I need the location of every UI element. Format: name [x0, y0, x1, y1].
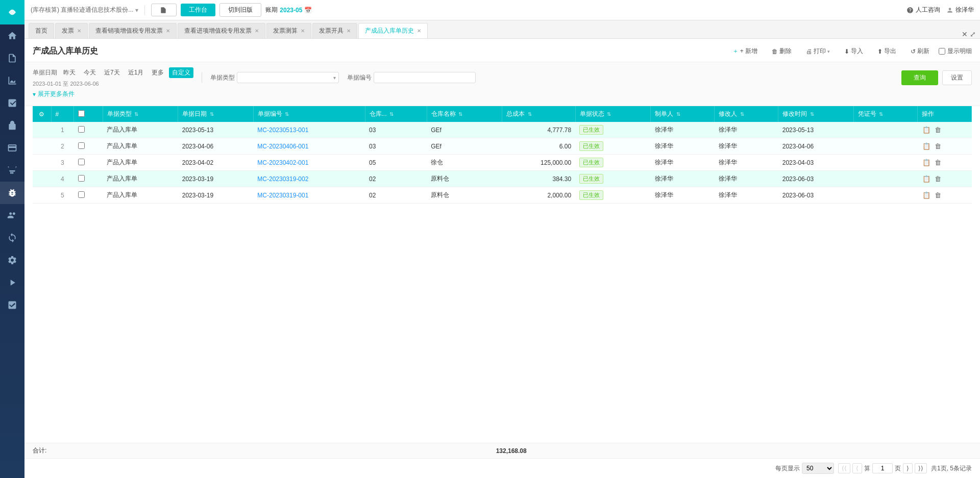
- row-delete-btn-4[interactable]: 🗑: [934, 191, 942, 199]
- col-modifier[interactable]: 修改人 ⇅: [715, 106, 778, 122]
- shortcut-7days[interactable]: 近7天: [101, 67, 123, 78]
- sidebar-item-users[interactable]: [0, 204, 24, 227]
- row-number-4[interactable]: MC-20230319-001: [253, 187, 365, 204]
- row-edit-btn-4[interactable]: 📋: [921, 191, 932, 199]
- sidebar-item-settings[interactable]: [0, 249, 24, 271]
- tab-product-history-close[interactable]: ✕: [417, 28, 421, 34]
- sidebar-item-analytics[interactable]: [0, 92, 24, 114]
- row-delete-btn-3[interactable]: 🗑: [934, 175, 942, 183]
- sidebar-item-documents[interactable]: [0, 47, 24, 69]
- company-dropdown-icon[interactable]: ▾: [135, 7, 138, 14]
- user-menu[interactable]: 徐泽华: [946, 6, 974, 14]
- row-checkbox-0[interactable]: [74, 122, 103, 138]
- tab-home[interactable]: 首页: [29, 23, 54, 38]
- query-btn[interactable]: 查询: [901, 70, 938, 85]
- close-all-tabs-btn[interactable]: ✕: [962, 30, 968, 38]
- maximize-btn[interactable]: ⤢: [970, 30, 976, 38]
- page-number-input[interactable]: [872, 463, 893, 473]
- sidebar-item-warehouse[interactable]: [0, 182, 24, 204]
- col-checkbox[interactable]: [74, 106, 103, 122]
- tab-invoice-calc[interactable]: 发票测算 ✕: [266, 23, 311, 38]
- expand-more-btn[interactable]: ▾ 展开更多条件: [33, 88, 972, 100]
- col-status[interactable]: 单据状态 ⇅: [575, 106, 651, 122]
- help-btn[interactable]: 人工咨询: [906, 6, 940, 14]
- print-btn[interactable]: 🖨 打印 ▾: [801, 45, 835, 58]
- row-delete-btn-0[interactable]: 🗑: [934, 126, 942, 134]
- col-modify-time[interactable]: 修改时间 ⇅: [778, 106, 854, 122]
- new-btn[interactable]: ＋ + 新增: [727, 45, 763, 58]
- tab-invoice-open[interactable]: 发票开具 ✕: [312, 23, 357, 38]
- company-name[interactable]: (库存核算) 直播轻迹通信息技术股份... ▾: [31, 6, 138, 14]
- import-btn[interactable]: ⬇ 导入: [839, 45, 868, 58]
- settings-col-header[interactable]: ⚙: [33, 106, 51, 122]
- col-date[interactable]: 单据日期 ⇅: [178, 106, 254, 122]
- period-calendar-icon[interactable]: 📅: [304, 7, 312, 14]
- tab-product-history[interactable]: 产成品入库单历史 ✕: [358, 23, 428, 39]
- row-delete-btn-2[interactable]: 🗑: [934, 159, 942, 166]
- row-delete-btn-1[interactable]: 🗑: [934, 142, 942, 150]
- row-edit-btn-0[interactable]: 📋: [921, 126, 932, 134]
- sidebar-item-play[interactable]: [0, 271, 24, 294]
- col-creator[interactable]: 制单人 ⇅: [651, 106, 715, 122]
- row-checkbox-1[interactable]: [74, 138, 103, 155]
- select-all-checkbox[interactable]: [78, 110, 85, 117]
- switch-version-btn[interactable]: 切到旧版: [219, 3, 261, 17]
- row-edit-btn-3[interactable]: 📋: [921, 175, 932, 183]
- row-cb-4[interactable]: [78, 191, 85, 198]
- col-total-cost[interactable]: 总成本 ⇅: [502, 106, 575, 122]
- row-number-link-1[interactable]: MC-20230406-001: [257, 143, 308, 150]
- document-btn[interactable]: [151, 4, 177, 16]
- sidebar-item-home[interactable]: [0, 24, 24, 47]
- shortcut-today[interactable]: 今天: [81, 67, 99, 78]
- col-number[interactable]: 单据编号 ⇅: [253, 106, 365, 122]
- shortcut-custom[interactable]: 自定义: [169, 67, 193, 78]
- row-checkbox-3[interactable]: [74, 171, 103, 187]
- tab-invoice-close[interactable]: ✕: [77, 28, 81, 34]
- sidebar-item-v[interactable]: [0, 294, 24, 316]
- sidebar-item-lock[interactable]: [0, 114, 24, 137]
- tab-check-input[interactable]: 查看进项增值税专用发票 ✕: [178, 23, 265, 38]
- row-edit-btn-1[interactable]: 📋: [921, 142, 932, 150]
- table-settings-icon[interactable]: ⚙: [33, 111, 51, 118]
- col-warehouse-name[interactable]: 仓库名称 ⇅: [427, 106, 502, 122]
- row-edit-btn-2[interactable]: 📋: [921, 159, 932, 166]
- row-cb-2[interactable]: [78, 159, 85, 165]
- next-page-btn[interactable]: ⟩: [903, 463, 913, 473]
- tab-check-output[interactable]: 查看销项增值税专用发票 ✕: [89, 23, 177, 38]
- col-voucher[interactable]: 凭证号 ⇅: [853, 106, 917, 122]
- show-detail-checkbox[interactable]: [939, 48, 945, 55]
- tab-invoice-calc-close[interactable]: ✕: [301, 28, 305, 34]
- row-checkbox-2[interactable]: [74, 155, 103, 171]
- col-warehouse-code[interactable]: 仓库... ⇅: [365, 106, 427, 122]
- row-number-link-3[interactable]: MC-20230319-002: [257, 175, 308, 183]
- first-page-btn[interactable]: ⟨⟨: [838, 463, 850, 473]
- tab-check-input-close[interactable]: ✕: [255, 28, 259, 34]
- row-number-2[interactable]: MC-20230402-001: [253, 155, 365, 171]
- row-number-link-0[interactable]: MC-20230513-001: [257, 127, 308, 134]
- row-number-link-4[interactable]: MC-20230319-001: [257, 192, 308, 199]
- shortcut-yesterday[interactable]: 昨天: [60, 67, 79, 78]
- number-input[interactable]: [374, 72, 476, 83]
- workbench-btn[interactable]: 工作台: [181, 4, 215, 16]
- sidebar-item-chart[interactable]: [0, 69, 24, 92]
- row-cb-1[interactable]: [78, 142, 85, 149]
- col-type[interactable]: 单据类型 ⇅: [103, 106, 178, 122]
- shortcut-1month[interactable]: 近1月: [125, 67, 147, 78]
- settings-filter-btn[interactable]: 设置: [942, 70, 972, 85]
- row-number-link-2[interactable]: MC-20230402-001: [257, 159, 308, 166]
- refresh-btn[interactable]: ↺ 刷新: [905, 45, 935, 58]
- show-detail-toggle[interactable]: 显示明细: [939, 47, 972, 56]
- sidebar-item-invoice[interactable]: [0, 137, 24, 159]
- sidebar-item-refresh[interactable]: [0, 227, 24, 249]
- type-select[interactable]: 产品入库单: [237, 72, 339, 83]
- row-checkbox-4[interactable]: [74, 187, 103, 204]
- row-cb-3[interactable]: [78, 175, 85, 182]
- tab-invoice-open-close[interactable]: ✕: [347, 28, 351, 34]
- last-page-btn[interactable]: ⟩⟩: [915, 463, 927, 473]
- app-logo[interactable]: [0, 0, 24, 24]
- tab-invoice[interactable]: 发票 ✕: [55, 23, 88, 38]
- row-number-3[interactable]: MC-20230319-002: [253, 171, 365, 187]
- row-number-1[interactable]: MC-20230406-001: [253, 138, 365, 155]
- shortcut-more[interactable]: 更多: [149, 67, 167, 78]
- prev-page-btn[interactable]: ⟨: [852, 463, 862, 473]
